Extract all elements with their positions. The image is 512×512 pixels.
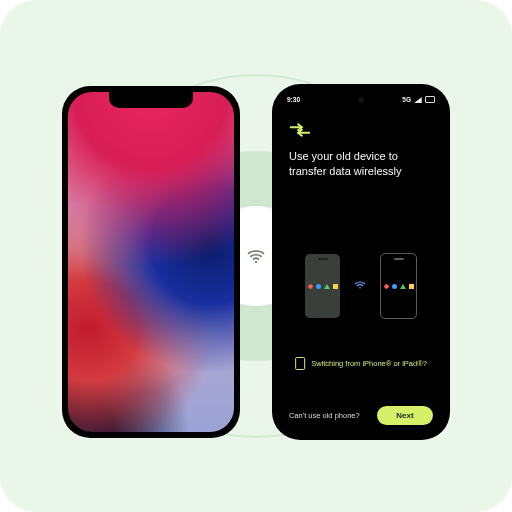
cant-use-old-phone-link[interactable]: Can't use old phone? bbox=[289, 411, 360, 420]
mini-wifi-icon bbox=[354, 277, 366, 295]
transfer-arrows-icon bbox=[289, 123, 311, 141]
status-right-cluster: 5G bbox=[402, 96, 435, 103]
shape-triangle bbox=[400, 284, 406, 289]
old-device-wallpaper bbox=[68, 92, 234, 432]
mini-device-old bbox=[305, 254, 340, 318]
mini-speaker bbox=[318, 258, 328, 260]
brand-shapes bbox=[308, 284, 338, 289]
svg-point-0 bbox=[255, 261, 257, 263]
battery-icon bbox=[425, 96, 435, 103]
shape-circle bbox=[316, 284, 321, 289]
brand-shapes bbox=[384, 284, 414, 289]
new-device-screen: 9:30 5G bbox=[277, 89, 445, 435]
device-pair-illustration bbox=[305, 253, 417, 319]
old-device-mock bbox=[62, 86, 240, 438]
status-bar: 9:30 5G bbox=[287, 96, 435, 103]
next-button[interactable]: Next bbox=[377, 406, 433, 425]
svg-marker-1 bbox=[414, 97, 422, 103]
new-device-mock: 9:30 5G bbox=[272, 84, 450, 440]
wifi-icon bbox=[245, 245, 267, 267]
notch bbox=[109, 92, 193, 108]
shape-circle bbox=[392, 284, 397, 289]
setup-headline: Use your old device to transfer data wir… bbox=[289, 149, 433, 178]
svg-point-2 bbox=[359, 287, 361, 289]
switch-from-iphone-link[interactable]: Switching from iPhone® or iPad®? bbox=[295, 357, 427, 370]
device-outline-icon bbox=[295, 357, 305, 370]
promo-card: 9:30 5G bbox=[0, 0, 512, 512]
mini-device-new bbox=[380, 253, 417, 319]
status-time: 9:30 bbox=[287, 96, 300, 103]
network-label: 5G bbox=[402, 96, 411, 103]
switch-hint-text: Switching from iPhone® or iPad®? bbox=[311, 359, 427, 368]
setup-footer: Can't use old phone? Next bbox=[289, 406, 433, 425]
shape-diamond bbox=[307, 283, 313, 289]
mini-speaker bbox=[394, 258, 404, 260]
shape-triangle bbox=[324, 284, 330, 289]
shape-square bbox=[409, 284, 414, 289]
shape-square bbox=[333, 284, 338, 289]
signal-icon bbox=[414, 97, 422, 103]
shape-diamond bbox=[383, 283, 389, 289]
